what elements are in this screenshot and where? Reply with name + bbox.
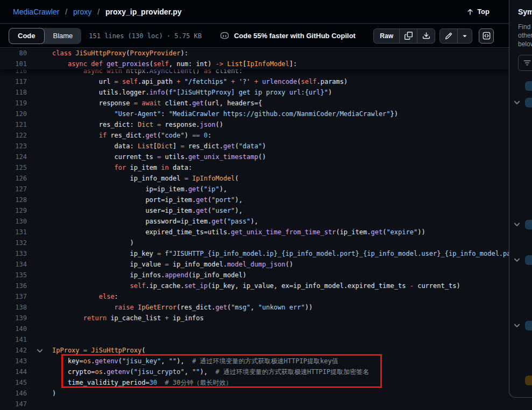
line-number[interactable]: 145 <box>0 377 27 388</box>
line-number[interactable]: 125 <box>0 162 27 173</box>
gutter <box>27 227 52 238</box>
code-line: 138 raise IpGetError(res_dict.get("msg",… <box>0 302 509 313</box>
collapse-chevron-icon[interactable] <box>513 322 521 329</box>
symbols-panel-title: Symbols <box>518 8 532 16</box>
line-number[interactable]: 121 <box>0 119 27 130</box>
breadcrumb-repo-link[interactable]: MediaCrawler <box>13 8 59 16</box>
code-line: 147 <box>0 399 509 409</box>
code-scroll-content: 116 async with httpx.AsyncClient() as cl… <box>0 66 509 409</box>
symbol-chip[interactable] <box>525 98 532 107</box>
file-meta-info: 151 lines (130 loc) · 5.75 KB <box>89 32 202 40</box>
gutter <box>27 388 52 399</box>
line-number[interactable]: 101 <box>0 59 27 69</box>
tab-code[interactable]: Code <box>9 28 45 44</box>
gutter <box>27 109 52 119</box>
triangle-down-icon <box>461 32 469 40</box>
code-line: 126 ip_info_model = IpInfoModel( <box>0 173 509 184</box>
edit-dropdown-button[interactable] <box>458 29 472 43</box>
line-number[interactable]: 144 <box>0 366 27 377</box>
symbols-filter-input[interactable] <box>518 55 532 71</box>
download-button[interactable] <box>417 29 435 43</box>
line-number[interactable]: 140 <box>0 323 27 334</box>
line-number[interactable]: 80 <box>0 48 27 59</box>
symbol-chip[interactable] <box>525 321 532 330</box>
copy-raw-button[interactable] <box>400 29 417 43</box>
breadcrumb: MediaCrawler / proxy / proxy_ip_provider… <box>13 8 182 16</box>
gutter <box>27 399 52 409</box>
breadcrumb-filename: proxy_ip_provider.py <box>105 8 182 16</box>
code-text: utils.logger.info(f"[JiSuHttpProxy] get … <box>52 87 332 98</box>
code-text: user=ip_item.get("user"), <box>52 205 243 216</box>
line-number[interactable]: 146 <box>0 388 27 399</box>
code-text: port=ip_item.get("port"), <box>52 195 243 205</box>
gutter <box>27 195 52 205</box>
line-number[interactable]: 139 <box>0 313 27 323</box>
line-number[interactable]: 137 <box>0 291 27 302</box>
gutter <box>27 334 52 345</box>
symbol-group-chevron-icon[interactable] <box>513 322 521 332</box>
symbol-group-chevron-icon[interactable] <box>513 99 521 109</box>
collapse-chevron-icon[interactable] <box>513 99 521 106</box>
code-line: 146) <box>0 388 509 399</box>
line-number[interactable]: 123 <box>0 141 27 152</box>
code-line: 139 return ip_cache_list + ip_infos <box>0 313 509 323</box>
collapse-chevron-icon[interactable] <box>36 347 44 355</box>
code-line: 120 "User-Agent": "MediaCrawler https://… <box>0 109 509 119</box>
symbol-group-chevron-icon[interactable] <box>513 221 521 231</box>
line-number[interactable]: 138 <box>0 302 27 313</box>
symbols-panel: Symbols Find other below <box>509 0 532 398</box>
line-number[interactable]: 130 <box>0 216 27 227</box>
gutter <box>27 216 52 227</box>
symbol-group-chevron-icon[interactable] <box>513 256 521 266</box>
line-number[interactable]: 118 <box>0 87 27 98</box>
back-to-top-button[interactable]: Top <box>466 8 490 16</box>
code-text: ip_value = ip_info_model.model_dump_json… <box>52 259 293 270</box>
line-number[interactable]: 117 <box>0 76 27 87</box>
download-icon <box>422 32 430 40</box>
code-text: ) <box>52 238 134 248</box>
line-number[interactable]: 127 <box>0 184 27 195</box>
gutter <box>27 152 52 162</box>
symbol-chip[interactable] <box>525 255 532 265</box>
symbol-chip[interactable] <box>525 81 532 91</box>
code-line: 135 ip_infos.append(ip_info_model) <box>0 270 509 280</box>
raw-button[interactable]: Raw <box>374 29 400 43</box>
breadcrumb-separator: / <box>97 8 100 16</box>
gutter <box>27 313 52 323</box>
symbol-chip[interactable] <box>525 376 532 385</box>
line-number[interactable]: 126 <box>0 173 27 184</box>
line-number[interactable]: 136 <box>0 280 27 291</box>
line-number[interactable]: 141 <box>0 334 27 345</box>
line-number[interactable]: 124 <box>0 152 27 162</box>
line-number[interactable]: 120 <box>0 109 27 119</box>
line-number[interactable]: 135 <box>0 270 27 280</box>
collapse-chevron-icon[interactable] <box>513 256 521 264</box>
line-number[interactable]: 142 <box>0 345 27 356</box>
line-number[interactable]: 129 <box>0 205 27 216</box>
line-number[interactable]: 128 <box>0 195 27 205</box>
copilot-banner[interactable]: Code 55% faster with GitHub Copilot <box>220 32 356 40</box>
code-text: else: <box>52 291 118 302</box>
code-line: 129 user=ip_item.get("user"), <box>0 205 509 216</box>
edit-file-button[interactable] <box>440 29 458 43</box>
line-number[interactable]: 147 <box>0 399 27 409</box>
line-number[interactable]: 119 <box>0 98 27 109</box>
line-number[interactable]: 133 <box>0 248 27 259</box>
gutter <box>27 280 52 291</box>
copy-icon <box>405 32 413 40</box>
line-number[interactable]: 143 <box>0 356 27 366</box>
symbol-chip[interactable] <box>525 220 532 229</box>
code-line: 101 async def get_proxies(self, num: int… <box>0 59 509 69</box>
code-text: "User-Agent": "MediaCrawler https://gith… <box>52 109 398 119</box>
tab-blame[interactable]: Blame <box>45 28 82 44</box>
breadcrumb-separator: / <box>65 8 67 16</box>
breadcrumb-dir-link[interactable]: proxy <box>73 8 91 16</box>
line-number[interactable]: 132 <box>0 238 27 248</box>
line-number[interactable]: 134 <box>0 259 27 270</box>
collapse-chevron-icon[interactable] <box>513 221 521 228</box>
code-line: 118 utils.logger.info(f"[JiSuHttpProxy] … <box>0 87 509 98</box>
gutter <box>27 59 52 69</box>
line-number[interactable]: 122 <box>0 130 27 141</box>
line-number[interactable]: 131 <box>0 227 27 238</box>
symbols-panel-toggle-button[interactable] <box>479 28 494 44</box>
